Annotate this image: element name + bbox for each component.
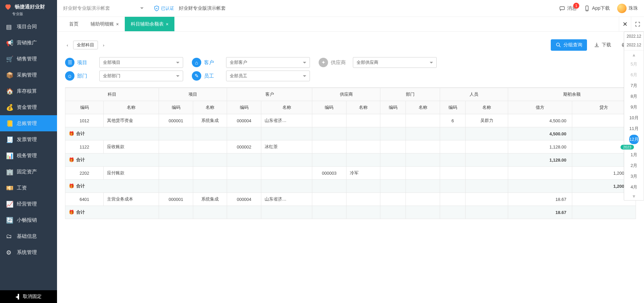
date-month[interactable]: 2月 — [624, 160, 644, 171]
app-download-button[interactable]: App下载 — [584, 5, 610, 11]
nav-item-1[interactable]: 📢营销推广 — [0, 35, 57, 51]
nav-item-2[interactable]: 🛒销售管理 — [0, 51, 57, 67]
nav-item-7[interactable]: 🧾发票管理 — [0, 131, 57, 147]
col-header: 编码 — [380, 101, 406, 114]
avatar — [617, 4, 627, 13]
date-month[interactable]: 3月 — [624, 171, 644, 182]
date-scroll-down[interactable]: ▼ — [631, 192, 638, 200]
svg-point-2 — [587, 10, 587, 10]
date-month[interactable]: 11月 — [624, 123, 644, 134]
tab-label: 科目辅助余额表 — [131, 21, 164, 27]
breadcrumb: ‹ 全部科目 › — [65, 41, 106, 49]
download-button[interactable]: 下载 — [590, 39, 614, 51]
cell — [406, 193, 440, 206]
nav-icon: 🏠 — [6, 88, 13, 94]
nav-item-4[interactable]: 🏠库存核算 — [0, 83, 57, 99]
nav-icon: 🔄 — [6, 217, 13, 223]
date-to[interactable]: 2022.12 — [625, 41, 642, 49]
messages-button[interactable]: 消息 1 — [559, 5, 577, 11]
col-group-header: 项目 — [159, 88, 227, 101]
chevron-down-icon — [176, 75, 179, 77]
nav-item-0[interactable]: ▤项目合同 — [0, 18, 57, 35]
chevron-down-icon — [303, 75, 306, 77]
col-header: 编码 — [65, 101, 104, 114]
cell — [466, 193, 508, 206]
cell — [312, 114, 346, 127]
sidebar-unpin-button[interactable]: ◂▍ 取消固定 — [0, 290, 57, 303]
nav-item-11[interactable]: 📈经营管理 — [0, 196, 57, 212]
cell — [346, 114, 380, 127]
customer-icon: ⌂ — [192, 58, 201, 67]
filter-customer-label: ⌂ 客户 — [192, 58, 222, 67]
tab-close-all[interactable]: ✕ — [619, 17, 631, 31]
nav-label: 项目合同 — [17, 24, 37, 30]
table-row: 2202应付账款000003冷军1,200.00 — [65, 167, 636, 180]
date-month[interactable]: 5月 — [624, 59, 644, 70]
date-month[interactable]: 12月 — [629, 135, 638, 144]
breadcrumb-next[interactable]: › — [101, 43, 106, 48]
brand-icon — [4, 3, 12, 11]
account-select[interactable]: 好业财专业版演示帐套 — [63, 5, 144, 11]
cell: 000004 — [227, 193, 261, 206]
group-query-button[interactable]: 分组查询 — [551, 39, 587, 51]
date-month[interactable]: 4月 — [624, 182, 644, 192]
nav-item-14[interactable]: ⚙系统管理 — [0, 244, 57, 260]
cell — [380, 140, 406, 154]
cell: 冷军 — [346, 167, 380, 180]
nav-icon: 🧾 — [6, 136, 13, 143]
col-header: 名称 — [261, 101, 312, 114]
date-month[interactable]: 1月 — [624, 149, 644, 160]
date-month[interactable]: 7月 — [624, 80, 644, 91]
tab-2[interactable]: 科目辅助余额表× — [125, 17, 174, 31]
project-icon: ☰ — [65, 58, 74, 67]
cell: 000001 — [159, 114, 193, 127]
nav-item-3[interactable]: 📦采购管理 — [0, 67, 57, 83]
date-from[interactable]: 2022.12 — [625, 32, 642, 41]
nav-item-5[interactable]: 💰资金管理 — [0, 99, 57, 115]
nav-item-9[interactable]: 🏢固定资产 — [0, 164, 57, 180]
tab-1[interactable]: 辅助明细账× — [85, 17, 125, 31]
toolbar: ‹ 全部科目 › 分组查询 下载 打印 — [57, 32, 644, 57]
breadcrumb-prev[interactable]: ‹ — [65, 43, 70, 48]
user-menu[interactable]: 珠珠 — [617, 4, 638, 13]
fullscreen-button[interactable] — [631, 17, 644, 31]
tab-close[interactable]: × — [116, 21, 119, 27]
app-download-label: App下载 — [592, 5, 610, 11]
sidebar-footer-label: 取消固定 — [23, 294, 42, 300]
cell: 主营业务成本 — [104, 193, 159, 206]
cell — [193, 167, 227, 180]
nav-label: 工资 — [17, 185, 27, 191]
main: 好业财专业版演示帐套 已认证 好业财专业版演示帐套 消息 1 App下载 珠珠 — [57, 0, 644, 303]
date-month[interactable]: 9月 — [624, 102, 644, 113]
nav-icon: 💰 — [6, 104, 13, 111]
tab-label: 首页 — [69, 21, 78, 27]
date-scroll-up[interactable]: ▲ — [631, 51, 638, 59]
nav-item-13[interactable]: 🗂基础信息 — [0, 228, 57, 244]
nav-item-10[interactable]: 💴工资 — [0, 180, 57, 196]
date-month[interactable]: 8月 — [624, 91, 644, 102]
nav-label: 小畅报销 — [17, 217, 37, 223]
col-header: 编码 — [159, 101, 193, 114]
cell: 18.67 — [508, 193, 572, 206]
col-group-header: 部门 — [380, 88, 440, 101]
tab-close[interactable]: × — [166, 21, 168, 27]
message-badge: 1 — [573, 3, 579, 9]
cell: 1,128.00 — [508, 140, 572, 154]
date-month[interactable]: 10月 — [624, 113, 644, 123]
nav-label: 库存核算 — [17, 88, 37, 94]
col-group-header: 人员 — [440, 88, 508, 101]
filter-supplier-select[interactable]: 全部供应商 — [353, 57, 437, 68]
cell — [193, 140, 227, 154]
nav-item-12[interactable]: 🔄小畅报销 — [0, 212, 57, 228]
date-month[interactable]: 6月 — [624, 70, 644, 80]
nav-item-6[interactable]: 📒总账管理 — [0, 115, 57, 131]
filter-project-select[interactable]: 全部项目 — [99, 57, 183, 68]
filter-staff-select[interactable]: 全部员工 — [226, 71, 310, 81]
nav-item-8[interactable]: 📊税务管理 — [0, 147, 57, 164]
filter-dept-select[interactable]: 全部部门 — [99, 71, 183, 81]
filter-customer-select[interactable]: 全部客户 — [226, 57, 310, 68]
gift-icon: 🎁 — [69, 157, 74, 162]
breadcrumb-item[interactable]: 全部科目 — [73, 41, 98, 49]
tab-0[interactable]: 首页 — [63, 17, 85, 31]
col-header: 编码 — [227, 101, 261, 114]
